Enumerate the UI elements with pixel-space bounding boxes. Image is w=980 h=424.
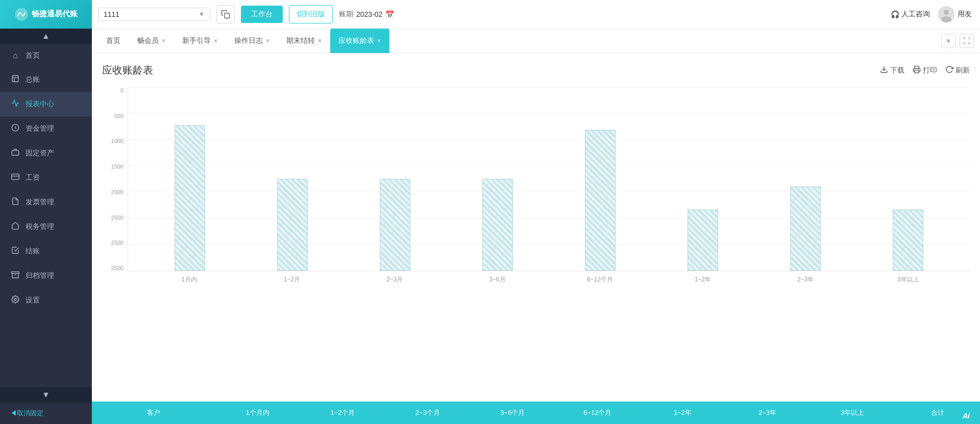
tab-guide-close[interactable]: × (214, 37, 217, 44)
tab-fullscreen-button[interactable]: ⛶ (960, 34, 974, 48)
y-label-2500b: 2500 (111, 240, 124, 246)
x-label-4: 6~12个月 (549, 275, 651, 284)
page-actions: 下载 打印 刷新 (880, 65, 970, 75)
logo-area: 畅捷通易代账 (0, 0, 92, 29)
avatar (938, 6, 954, 22)
tab-home-label: 首页 (106, 36, 120, 45)
content-area: 首页 畅会员 × 新手引导 × 操作日志 × 期末结转 × 应收账龄表 × (92, 29, 980, 424)
print-button[interactable]: 打印 (913, 65, 937, 75)
copy-icon-btn[interactable] (216, 5, 235, 23)
sidebar: ▲ ⌂ 首页 总账 报表中心 资金管理 固定资产 (0, 29, 92, 424)
sidebar-item-tax[interactable]: 税务管理 (0, 215, 92, 239)
assets-icon (10, 148, 20, 158)
close-icon (10, 246, 20, 256)
chart-plot (128, 87, 970, 271)
sidebar-item-home[interactable]: ⌂ 首页 (0, 44, 92, 67)
y-label-2500a: 2500 (111, 215, 124, 221)
x-label-7: 3年以上 (857, 275, 960, 284)
bar-group-3 (482, 179, 513, 271)
tab-oplog[interactable]: 操作日志 × (226, 29, 278, 53)
th-1-2year: 1~2年 (640, 408, 725, 417)
user-label: 用友 (958, 10, 972, 19)
refresh-icon (945, 65, 953, 75)
sidebar-item-assets[interactable]: 固定资产 (0, 141, 92, 166)
sidebar-label-tax: 税务管理 (26, 222, 54, 231)
th-3year-plus: 3年以上 (810, 408, 895, 417)
refresh-button[interactable]: 刷新 (945, 65, 970, 75)
th-3-6month: 3~6个月 (470, 408, 555, 417)
headset-icon: 🎧 (891, 10, 899, 18)
tab-period-end-close[interactable]: × (318, 37, 322, 44)
calendar-icon[interactable]: 📅 (385, 10, 394, 18)
y-label-2000: 2000 (111, 189, 124, 195)
tab-guide[interactable]: 新手引导 × (174, 29, 226, 53)
bar-group-4 (585, 130, 616, 271)
tab-member-close[interactable]: × (162, 37, 165, 44)
tab-bar: 首页 畅会员 × 新手引导 × 操作日志 × 期末结转 × 应收账龄表 × (92, 29, 980, 53)
bar-2 (380, 179, 410, 271)
tab-oplog-close[interactable]: × (266, 37, 270, 44)
tab-period-end-label: 期末结转 (286, 36, 315, 45)
cancel-pin-label: ◀取消固定 (10, 409, 43, 418)
tab-member-label: 畅会员 (137, 36, 159, 45)
switch-version-button[interactable]: 切到旧版 (289, 5, 333, 23)
bar-group-5 (688, 209, 718, 271)
sidebar-label-settings: 设置 (26, 296, 40, 305)
chart-container: 2500 2500 2500 2000 1500 1000 500 0 (102, 87, 970, 292)
sidebar-item-reports[interactable]: 报表中心 (0, 92, 92, 116)
sidebar-label-funds: 资金管理 (26, 124, 54, 133)
svg-rect-16 (915, 70, 919, 73)
bar-0 (175, 125, 205, 271)
tax-icon (10, 222, 20, 232)
sidebar-label-ledger: 总账 (26, 75, 40, 84)
support-button[interactable]: 🎧 人工咨询 (891, 10, 930, 19)
y-label-500: 500 (114, 113, 124, 119)
support-label: 人工咨询 (901, 10, 930, 19)
x-axis: 1月内 1~2月 2~3月 3~6月 6~12个月 1~2年 2~3年 3年以上 (128, 271, 970, 292)
svg-rect-12 (12, 272, 19, 273)
settings-icon (10, 295, 20, 305)
tab-aging-label: 应收账龄表 (338, 36, 374, 45)
bar-group-2 (380, 179, 410, 271)
svg-point-4 (941, 16, 951, 22)
sidebar-item-funds[interactable]: 资金管理 (0, 116, 92, 141)
sidebar-item-settings[interactable]: 设置 (0, 288, 92, 313)
ai-badge[interactable]: Ai (952, 408, 980, 424)
sidebar-item-ledger[interactable]: 总账 (0, 67, 92, 92)
sidebar-scroll-up[interactable]: ▲ (0, 29, 92, 44)
cancel-pin-button[interactable]: ◀取消固定 (0, 403, 92, 424)
header-right: 🎧 人工咨询 用友 (891, 6, 972, 22)
y-axis: 2500 2500 2500 2000 1500 1000 500 0 (102, 87, 128, 271)
sidebar-scroll-down[interactable]: ▼ (0, 387, 92, 403)
tab-aging-close[interactable]: × (377, 37, 381, 44)
salary-icon (10, 173, 20, 183)
sidebar-item-salary[interactable]: 工资 (0, 166, 92, 190)
sidebar-item-archive[interactable]: 归档管理 (0, 264, 92, 288)
tab-aging[interactable]: 应收账龄表 × (330, 29, 389, 53)
tab-member[interactable]: 畅会员 × (129, 29, 174, 53)
bar-group-6 (790, 186, 821, 271)
th-2-3year: 2~3年 (725, 408, 810, 417)
tab-guide-label: 新手引导 (182, 36, 211, 45)
sidebar-label-salary: 工资 (26, 173, 40, 182)
home-icon: ⌂ (10, 51, 20, 60)
sidebar-label-reports: 报表中心 (26, 100, 54, 109)
logo-text: 畅捷通易代账 (32, 9, 78, 19)
top-header: 畅捷通易代账 1111 ▼ 工作台 切到旧版 账期 2023-02 📅 🎧 人工… (0, 0, 980, 29)
tab-period-end[interactable]: 期末结转 × (278, 29, 330, 53)
x-label-5: 1~2年 (651, 275, 754, 284)
tab-home[interactable]: 首页 (98, 29, 129, 53)
company-selector[interactable]: 1111 ▼ (98, 8, 210, 21)
user-area[interactable]: 用友 (938, 6, 972, 22)
download-button[interactable]: 下载 (880, 65, 904, 75)
workbench-button[interactable]: 工作台 (241, 6, 283, 23)
period-label: 账期 (339, 10, 353, 19)
page-content: 应收账龄表 下载 打印 (92, 53, 980, 424)
tab-close-all-button[interactable]: × (941, 34, 955, 48)
sidebar-label-archive: 归档管理 (26, 271, 54, 280)
sidebar-item-close[interactable]: 结账 (0, 239, 92, 264)
sidebar-item-invoice[interactable]: 发票管理 (0, 190, 92, 215)
bar-4 (585, 130, 616, 271)
main-layout: ▲ ⌂ 首页 总账 报表中心 资金管理 固定资产 (0, 29, 980, 424)
bar-3 (482, 179, 513, 271)
